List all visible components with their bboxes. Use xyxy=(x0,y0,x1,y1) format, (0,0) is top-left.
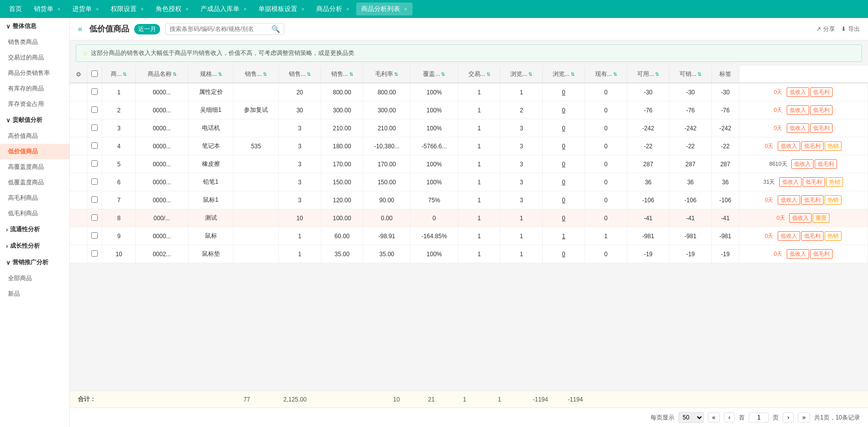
row-checkbox[interactable] xyxy=(87,227,102,245)
col-gear[interactable]: ⚙ xyxy=(70,66,87,83)
page-number-input[interactable] xyxy=(749,413,769,423)
row-checkbox[interactable] xyxy=(87,137,102,155)
row-checkbox[interactable] xyxy=(87,119,102,137)
sidebar-item-new-goods[interactable]: 新品 xyxy=(0,286,69,302)
row-select-checkbox[interactable] xyxy=(91,178,98,185)
col-spec[interactable]: 规格...⇅ xyxy=(188,66,233,83)
sidebar-group-contribution[interactable]: ∨ 贡献值分析 xyxy=(0,112,69,128)
row-browse1[interactable]: 1 xyxy=(543,227,585,245)
row-select-checkbox[interactable] xyxy=(91,124,98,131)
col-current[interactable]: 现有...⇅ xyxy=(585,66,627,83)
sidebar-item-category-sales-rate[interactable]: 商品分类销售率 xyxy=(0,65,69,81)
sidebar-item-in-stock-goods[interactable]: 有库存的商品 xyxy=(0,81,69,96)
nav-purchase[interactable]: 进货单 × xyxy=(67,2,104,15)
nav-template-settings[interactable]: 单据模板设置 × xyxy=(253,2,309,15)
col-gross-margin[interactable]: 毛利率⇅ xyxy=(363,66,411,83)
row-select-checkbox[interactable] xyxy=(91,214,98,221)
browse1-link[interactable]: 0 xyxy=(562,89,566,96)
row-browse1[interactable]: 0 xyxy=(543,191,585,209)
row-select-checkbox[interactable] xyxy=(91,196,98,203)
row-browse1[interactable]: 0 xyxy=(543,83,585,101)
sidebar-item-low-coverage[interactable]: 低覆盖度商品 xyxy=(0,175,69,190)
close-role-auth-icon[interactable]: × xyxy=(186,6,189,12)
row-browse1[interactable]: 0 xyxy=(543,101,585,119)
row-checkbox[interactable] xyxy=(87,245,102,263)
first-page-btn[interactable]: « xyxy=(708,413,720,423)
nav-role-auth[interactable]: 角色授权 × xyxy=(151,2,194,15)
col-coverage[interactable]: 覆盖...⇅ xyxy=(411,66,458,83)
share-button[interactable]: ↗ 分享 xyxy=(816,25,835,33)
nav-permission[interactable]: 权限设置 × xyxy=(106,2,149,15)
close-purchase-icon[interactable]: × xyxy=(96,6,99,12)
nav-product-storage[interactable]: 产成品入库单 × xyxy=(196,2,251,15)
nav-product-analysis-list[interactable]: 商品分析列表 × xyxy=(356,2,412,15)
sidebar-item-sales-goods[interactable]: 销售类商品 xyxy=(0,34,69,50)
col-sales1[interactable]: 销售...⇅ xyxy=(233,66,279,83)
row-checkbox[interactable] xyxy=(87,83,102,101)
browse1-link[interactable]: 0 xyxy=(562,215,566,222)
col-browse1[interactable]: 浏览...⇅ xyxy=(500,66,543,83)
row-browse1[interactable]: 0 xyxy=(543,155,585,173)
browse1-link[interactable]: 1 xyxy=(562,233,566,240)
row-checkbox[interactable] xyxy=(87,173,102,191)
row-select-checkbox[interactable] xyxy=(91,160,98,167)
row-browse1[interactable]: 0 xyxy=(543,209,585,227)
col-sales2[interactable]: 销售...⇅ xyxy=(279,66,321,83)
close-template-icon[interactable]: × xyxy=(301,6,304,12)
browse1-link[interactable]: 0 xyxy=(562,143,566,150)
row-checkbox[interactable] xyxy=(87,101,102,119)
row-browse1[interactable]: 0 xyxy=(543,119,585,137)
nav-home[interactable]: 首页 xyxy=(4,2,27,15)
row-select-checkbox[interactable] xyxy=(91,106,98,113)
browse1-link[interactable]: 0 xyxy=(562,125,566,132)
row-checkbox[interactable] xyxy=(87,155,102,173)
export-button[interactable]: ⬇ 导出 xyxy=(841,25,860,33)
row-select-checkbox[interactable] xyxy=(91,142,98,149)
sidebar-item-high-coverage[interactable]: 高覆盖度商品 xyxy=(0,159,69,175)
sidebar-group-overall[interactable]: ∨ 整体信息 xyxy=(0,18,69,34)
close-product-analysis-icon[interactable]: × xyxy=(346,6,349,12)
gear-icon[interactable]: ⚙ xyxy=(76,71,81,78)
last-page-btn[interactable]: » xyxy=(798,413,810,423)
sidebar-group-circulation[interactable]: › 流通性分析 xyxy=(0,221,69,238)
sidebar-group-growth[interactable]: › 成长性分析 xyxy=(0,238,69,254)
sidebar-collapse-btn[interactable]: « xyxy=(78,24,82,33)
col-saleable[interactable]: 可销...⇅ xyxy=(669,66,712,83)
row-select-checkbox[interactable] xyxy=(91,88,98,95)
row-browse1[interactable]: 0 xyxy=(543,245,585,263)
per-page-select[interactable]: 50 100 200 xyxy=(678,412,704,423)
col-available[interactable]: 可用...⇅ xyxy=(627,66,669,83)
close-product-storage-icon[interactable]: × xyxy=(243,6,246,12)
row-checkbox[interactable] xyxy=(87,209,102,227)
row-browse1[interactable]: 0 xyxy=(543,137,585,155)
col-code[interactable]: 商...⇅ xyxy=(102,66,136,83)
col-checkbox[interactable] xyxy=(87,66,102,83)
browse1-link[interactable]: 0 xyxy=(562,179,566,186)
browse1-link[interactable]: 0 xyxy=(562,197,566,204)
sidebar-item-high-value[interactable]: 高价值商品 xyxy=(0,128,69,144)
row-checkbox[interactable] xyxy=(87,191,102,209)
col-browse2[interactable]: 浏览...⇅ xyxy=(543,66,585,83)
row-browse1[interactable]: 0 xyxy=(543,173,585,191)
sidebar-item-low-value[interactable]: 低价值商品 xyxy=(0,144,69,159)
browse1-link[interactable]: 0 xyxy=(562,251,566,258)
close-product-analysis-list-icon[interactable]: × xyxy=(404,6,407,12)
close-sales-order-icon[interactable]: × xyxy=(57,6,60,12)
sidebar-item-all-goods[interactable]: 全部商品 xyxy=(0,271,69,286)
row-select-checkbox[interactable] xyxy=(91,232,98,239)
browse1-link[interactable]: 0 xyxy=(562,107,566,114)
search-icon[interactable]: 🔍 xyxy=(271,25,280,33)
col-transaction[interactable]: 交易...⇅ xyxy=(458,66,500,83)
nav-product-analysis[interactable]: 商品分析 × xyxy=(311,2,354,15)
browse1-link[interactable]: 0 xyxy=(562,161,566,168)
sidebar-item-stock-capital[interactable]: 库存资金占用 xyxy=(0,96,69,112)
sidebar-item-traded-goods[interactable]: 交易过的商品 xyxy=(0,50,69,65)
close-permission-icon[interactable]: × xyxy=(141,6,144,12)
select-all-checkbox[interactable] xyxy=(91,70,98,77)
nav-sales-order[interactable]: 销货单 × xyxy=(29,2,65,15)
sidebar-group-marketing[interactable]: ∨ 营销推广分析 xyxy=(0,254,69,271)
col-name[interactable]: 商品名称⇅ xyxy=(136,66,188,83)
prev-page-btn[interactable]: ‹ xyxy=(724,413,735,423)
col-sales3[interactable]: 销售...⇅ xyxy=(321,66,363,83)
table-scroll-wrapper[interactable]: ⚙ 商...⇅ 商品名称⇅ 规格...⇅ 销售...⇅ 销售...⇅ 销售...… xyxy=(70,66,868,391)
